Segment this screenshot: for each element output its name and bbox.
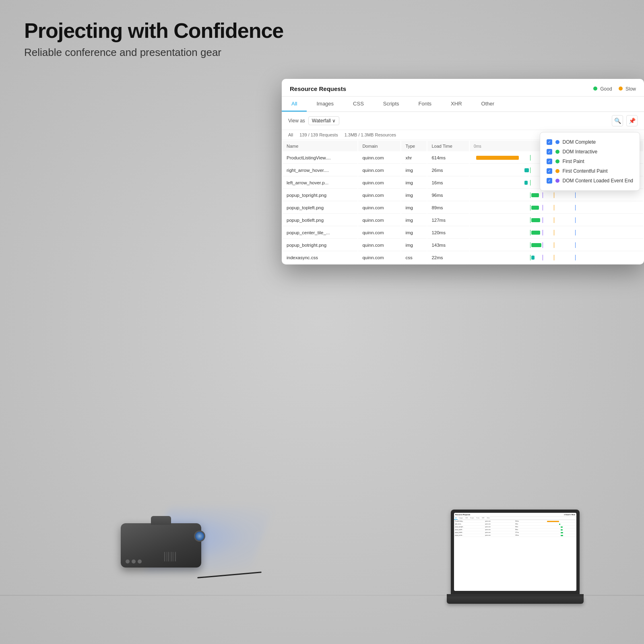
mini-tab-scripts: Scripts (469, 517, 475, 520)
cell-name: popup_topright.png (283, 190, 357, 201)
dropdown-item-first-contentful-paint[interactable]: ✓ First Contentful Paint (547, 166, 633, 176)
checkbox-dom-complete[interactable]: ✓ (547, 139, 552, 145)
pin-button[interactable]: 📌 (626, 115, 638, 126)
dot-dom-complete (555, 140, 559, 144)
mini-row: popup_botleft... quinn.com 127ms (454, 531, 576, 534)
checkbox-first-contentful-paint[interactable]: ✓ (547, 168, 552, 174)
rr-toolbar: View as Waterfall ∨ 🔍 📌 ✓ DOM Complete (282, 112, 644, 130)
cell-type: xhr (401, 152, 427, 164)
cell-type: css (401, 252, 427, 264)
tab-css[interactable]: CSS (343, 97, 374, 111)
cell-domain: quinn.com (358, 227, 400, 239)
col-domain: Domain (358, 141, 400, 151)
requests-count: 139 / 139 Requests (299, 132, 338, 137)
grill-line (166, 552, 167, 561)
tab-fonts[interactable]: Fonts (409, 97, 442, 111)
cell-waterfall (470, 239, 643, 251)
page-wrapper: Projecting with Confidence Reliable conf… (0, 0, 644, 644)
cell-domain: quinn.com (358, 252, 400, 264)
resources-size: 1.3MB / 1.3MB Resources (345, 132, 396, 137)
label-first-contentful-paint: First Contentful Paint (563, 168, 608, 174)
grill-line (164, 552, 165, 561)
tab-all[interactable]: All (282, 97, 307, 111)
laptop-screen: Resource Requests ● Good ● Slow All Imag… (451, 510, 580, 594)
dot-dom-interactive (555, 150, 559, 154)
cell-domain: quinn.com (358, 190, 400, 201)
projector (121, 523, 209, 580)
tab-images[interactable]: Images (307, 97, 343, 111)
checkbox-dom-interactive[interactable]: ✓ (547, 149, 552, 155)
cell-type: img (401, 177, 427, 189)
cell-domain: quinn.com (358, 165, 400, 176)
mini-row: right_arrow... quinn.com 26ms (454, 523, 576, 526)
mini-tab-images: Images (458, 517, 464, 520)
rr-title: Resource Requests (290, 85, 346, 92)
checkbox-dom-content-loaded[interactable]: ✓ (547, 178, 552, 184)
table-row[interactable]: popup_topright.png quinn.com img 96ms (283, 190, 643, 201)
cell-type: img (401, 227, 427, 239)
view-as-select[interactable]: Waterfall ∨ (308, 116, 339, 125)
grill-line (173, 552, 174, 561)
cell-type: img (401, 215, 427, 226)
rr-header: Resource Requests Good Slow (282, 79, 644, 97)
table-row[interactable]: popup_center_tile_... quinn.com img 120m… (283, 227, 643, 239)
laptop-screen-inner: Resource Requests ● Good ● Slow All Imag… (454, 513, 576, 591)
dot-first-paint (555, 159, 559, 163)
cell-loadtime: 96ms (427, 190, 469, 201)
cell-name: left_arrow_hover.p... (283, 177, 357, 189)
cell-loadtime: 127ms (427, 215, 469, 226)
cell-name: right_arrow_hover.... (283, 165, 357, 176)
projector-controls (126, 559, 142, 564)
projector-body (121, 523, 201, 568)
tab-scripts[interactable]: Scripts (374, 97, 409, 111)
table-row[interactable]: popup_botleft.png quinn.com img 127ms (283, 215, 643, 226)
grill-line (170, 552, 171, 561)
mini-tab-all: All (454, 517, 458, 520)
cell-waterfall (470, 202, 643, 214)
projector-grill (164, 551, 196, 563)
mini-row: popup_topright... quinn.com 96ms (454, 526, 576, 528)
cell-waterfall (470, 215, 643, 226)
dropdown-item-dom-content-loaded[interactable]: ✓ DOM Content Loaded Event End (547, 176, 633, 186)
dropdown-item-dom-interactive[interactable]: ✓ DOM Interactive (547, 147, 633, 157)
grill-line (171, 552, 172, 561)
tab-other[interactable]: Other (472, 97, 504, 111)
toolbar-icons: 🔍 📌 (612, 115, 638, 126)
slow-dot (619, 87, 623, 91)
cell-type: img (401, 202, 427, 214)
table-row[interactable]: popup_botright.png quinn.com img 143ms (283, 239, 643, 251)
cell-type: img (401, 165, 427, 176)
bottom-scene: Resource Requests ● Good ● Slow All Imag… (0, 491, 644, 644)
dropdown-item-first-paint[interactable]: ✓ First Paint (547, 157, 633, 166)
label-first-paint: First Paint (563, 159, 584, 164)
cell-name: indexasync.css (283, 252, 357, 264)
monitor-screen: Resource Requests Good Slow All Images C… (282, 79, 644, 264)
cell-loadtime: 22ms (427, 252, 469, 264)
tab-xhr[interactable]: XHR (441, 97, 471, 111)
cell-domain: quinn.com (358, 202, 400, 214)
view-as-label: View as (288, 118, 305, 124)
projector-bump (151, 516, 171, 525)
cell-loadtime: 120ms (427, 227, 469, 239)
screen-container: Resource Requests Good Slow All Images C… (282, 79, 644, 264)
mini-tab-fonts: Fonts (475, 517, 481, 520)
laptop: Resource Requests ● Good ● Slow All Imag… (451, 510, 580, 604)
label-dom-interactive: DOM Interactive (563, 149, 598, 155)
cell-loadtime: 614ms (427, 152, 469, 164)
search-button[interactable]: 🔍 (612, 115, 623, 126)
legend-slow: Slow (619, 86, 636, 92)
grill-line (168, 552, 169, 561)
cell-loadtime: 143ms (427, 239, 469, 251)
dropdown-item-dom-complete[interactable]: ✓ DOM Complete (547, 137, 633, 147)
table-row[interactable]: indexasync.css quinn.com css 22ms (283, 252, 643, 264)
table-row[interactable]: popup_topleft.png quinn.com img 89ms (283, 202, 643, 214)
checkbox-first-paint[interactable]: ✓ (547, 159, 552, 164)
mini-row: popup_center... quinn.com 120ms (454, 534, 576, 537)
mini-tab-xhr: XHR (481, 517, 485, 520)
mini-screen-content: Resource Requests ● Good ● Slow All Imag… (454, 513, 576, 591)
cell-name: popup_topleft.png (283, 202, 357, 214)
mini-tabs: All Images CSS Scripts Fonts XHR Other (454, 517, 576, 520)
dot-first-contentful-paint (555, 169, 559, 173)
label-dom-complete: DOM Complete (563, 139, 596, 145)
cell-waterfall (470, 227, 643, 239)
